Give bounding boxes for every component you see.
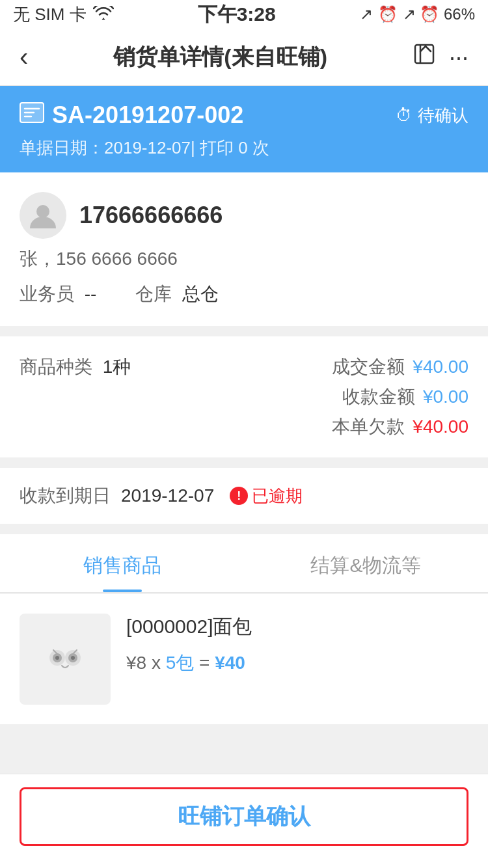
warehouse-value: 总仓 xyxy=(182,284,219,304)
overdue-badge: ! 已逾期 xyxy=(230,485,303,508)
product-details: [0000002]面包 ¥8 x 5包 = ¥40 xyxy=(126,614,468,675)
due-label: 收款到期日 xyxy=(20,483,111,508)
bottom-bar: 旺铺订单确认 xyxy=(0,774,488,868)
battery-text: ↗ ⏰ 66% xyxy=(403,5,475,23)
deal-amount-value: ¥40.00 xyxy=(413,357,468,377)
tab-settlement[interactable]: 结算&物流等 xyxy=(244,534,488,592)
order-status: ⏱ 待确认 xyxy=(396,104,468,127)
summary-amounts: 成交金额 ¥40.00 收款金额 ¥0.00 本单欠款 ¥40.00 xyxy=(332,355,468,439)
balance-amount-value: ¥40.00 xyxy=(413,416,468,437)
confirm-order-button[interactable]: 旺铺订单确认 xyxy=(20,787,468,846)
page-title: 销货单详情(来自旺铺) xyxy=(113,42,327,72)
due-date-value: 2019-12-07 xyxy=(121,485,214,506)
svg-point-2 xyxy=(36,205,49,218)
location-icon: ↗ xyxy=(360,5,373,23)
svg-point-8 xyxy=(71,656,75,660)
warehouse-label: 仓库 xyxy=(135,284,172,304)
summary-section: 商品种类 1种 成交金额 ¥40.00 收款金额 ¥0.00 本单欠款 ¥40.… xyxy=(0,336,488,457)
status-left: 无 SIM 卡 xyxy=(13,3,114,26)
tab-bar: 销售商品 结算&物流等 xyxy=(0,534,488,593)
more-icon[interactable]: ··· xyxy=(449,44,468,71)
share-icon[interactable] xyxy=(413,42,436,72)
time-display: 下午3:28 xyxy=(198,1,276,28)
back-button[interactable]: ‹ xyxy=(20,42,28,72)
clock-icon: ⏱ xyxy=(396,105,413,126)
wifi-icon xyxy=(93,5,114,25)
order-id: SA-20191207-002 xyxy=(20,102,243,129)
alarm-icon: ⏰ xyxy=(378,5,398,23)
order-banner: SA-20191207-002 ⏱ 待确认 单据日期：2019-12-07| 打… xyxy=(0,86,488,172)
customer-avatar xyxy=(20,192,66,239)
product-price: ¥8 x 5包 = ¥40 xyxy=(126,651,468,675)
nav-bar: ‹ 销货单详情(来自旺铺) ··· xyxy=(0,29,488,86)
order-date: 单据日期：2019-12-07| 打印 0 次 xyxy=(20,137,468,159)
customer-meta: 业务员 -- 仓库 总仓 xyxy=(20,282,468,306)
received-amount: 收款金额 ¥0.00 xyxy=(342,385,468,409)
status-right: ↗ ⏰ ↗ ⏰ 66% xyxy=(360,5,475,23)
sales-value: -- xyxy=(85,284,97,304)
product-thumbnail xyxy=(20,614,111,705)
customer-phone: 17666666666 xyxy=(79,202,223,229)
sales-label: 业务员 xyxy=(20,284,74,304)
balance-amount: 本单欠款 ¥40.00 xyxy=(332,414,468,439)
svg-point-7 xyxy=(55,656,59,660)
product-name: [0000002]面包 xyxy=(126,614,468,640)
nav-actions: ··· xyxy=(413,42,468,72)
product-list: [0000002]面包 ¥8 x 5包 = ¥40 xyxy=(0,594,488,724)
overdue-text: 已逾期 xyxy=(252,485,303,508)
customer-section: 17666666666 张，156 6666 6666 业务员 -- 仓库 总仓 xyxy=(0,172,488,326)
sim-status: 无 SIM 卡 xyxy=(13,3,87,26)
product-type: 商品种类 1种 xyxy=(20,355,131,379)
due-date-section: 收款到期日 2019-12-07 ! 已逾期 xyxy=(0,468,488,524)
tab-products[interactable]: 销售商品 xyxy=(0,534,244,592)
product-item: [0000002]面包 ¥8 x 5包 = ¥40 xyxy=(20,614,468,705)
status-bar: 无 SIM 卡 下午3:28 ↗ ⏰ ↗ ⏰ 66% xyxy=(0,0,488,29)
received-amount-value: ¥0.00 xyxy=(423,387,468,407)
customer-name: 张，156 6666 6666 xyxy=(20,247,468,271)
deal-amount: 成交金额 ¥40.00 xyxy=(332,355,468,379)
warning-icon: ! xyxy=(230,487,248,505)
order-icon xyxy=(20,102,44,129)
